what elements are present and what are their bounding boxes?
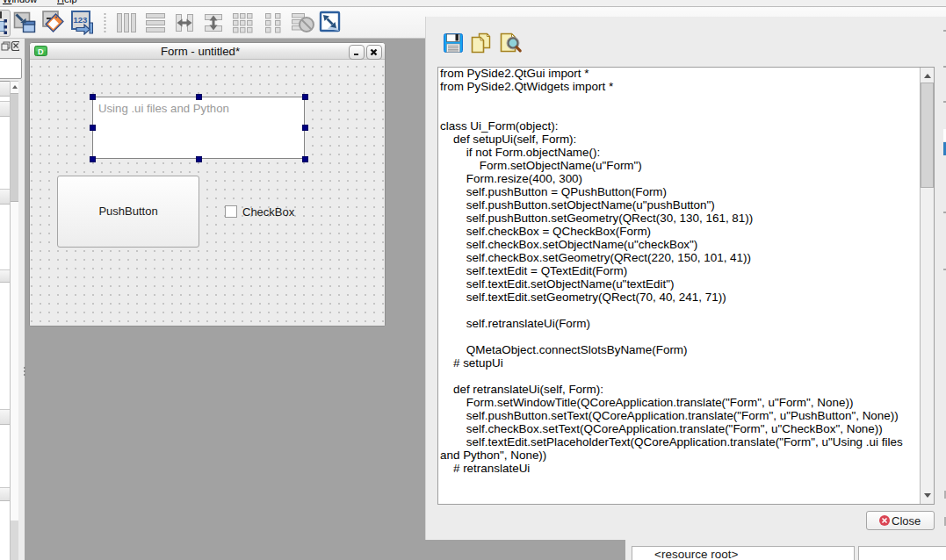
svg-text:123: 123 bbox=[74, 15, 88, 25]
